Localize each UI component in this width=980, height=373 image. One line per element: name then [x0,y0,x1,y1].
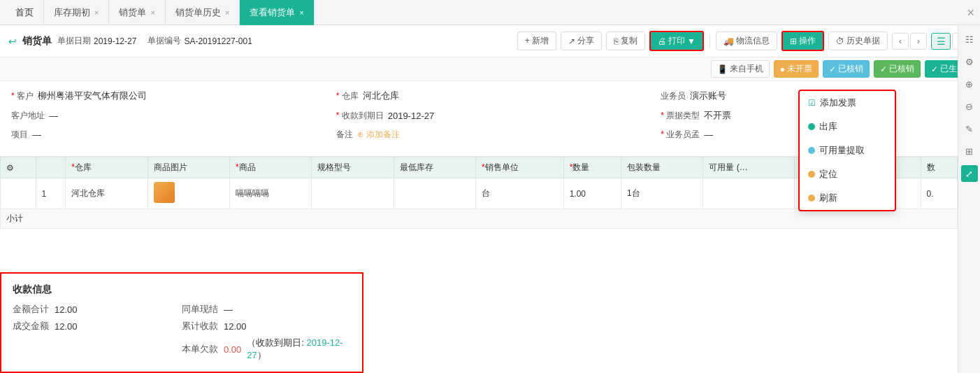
tab-view-sales-label: 查看销货单 [250,6,295,19]
separator-1 [709,34,710,48]
deal-amount-row: 成交金额 12.00 [13,320,182,332]
sidebar-icon-edit[interactable]: ✎ [961,120,978,137]
cumulative-row: 累计收款 12.00 [182,320,351,332]
tab-bar: 首页 库存期初 × 销货单 × 销货单历史 × 查看销货单 × × [0,0,980,25]
sold-button[interactable]: ✓ 已核销 [874,60,921,78]
balance-label: 本单欠款 [182,343,218,356]
col-extra: 数 [921,157,957,178]
dropdown-add-invoice[interactable]: ☑ 添加发票 [800,91,895,115]
tab-inventory-close[interactable]: × [94,8,99,17]
salesperson2-value: — [704,129,713,140]
payment-info-grid: 金额合计 12.00 同单现结 — 成交金额 12.00 累计收款 12.00 … [13,303,351,362]
sidebar-icon-expand[interactable]: ⤢ [961,165,978,182]
transaction-row: 同单现结 — [182,303,351,316]
dropdown-refresh[interactable]: 刷新 [800,186,895,210]
col-warehouse: *仓库 [66,157,147,178]
cumulative-label: 累计收款 [182,320,218,332]
sidebar-icon-grid[interactable]: ⊞ [961,143,978,160]
add-note-btn[interactable]: ⊕ 添加备注 [357,129,400,141]
tab-view-sales[interactable]: 查看销货单 × [240,0,314,25]
print-icon: 🖨 [658,36,666,46]
check-icon: ☑ [808,98,816,108]
product-image [154,182,175,203]
balance-note: （收款到期日: 2019-12-27） [247,337,351,362]
not-opened-button[interactable]: ● 未开票 [774,60,819,78]
col-settings: ⚙ [1,157,36,178]
col-pack-qty: 包装数量 [621,157,703,178]
col-sales-unit: *销售单位 [475,157,563,178]
tab-inventory-label: 库存期初 [54,6,90,19]
cell-pack-qty: 1台 [621,178,703,209]
tab-sales[interactable]: 销货单 × [109,0,165,25]
cell-quantity: 1.00 [563,178,621,209]
phone-icon: 📱 [717,64,728,74]
print-button[interactable]: 🖨 打印 ▼ [649,31,704,51]
address-value: — [49,111,58,121]
payment-info-title: 收款信息 [13,283,351,296]
doc-number-label: 单据编号 SA-20191227-001 [147,35,252,47]
tab-sales-close[interactable]: × [150,8,154,17]
address-field: 客户地址 — [11,110,319,122]
amount-total-row: 金额合计 12.00 [13,303,182,316]
from-phone-button[interactable]: 📱 来自手机 [711,60,770,78]
dropdown-locate[interactable]: 定位 [800,162,895,186]
right-sidebar: ☷ ⚙ ⊕ ⊖ ✎ ⊞ ⤢ [958,25,980,373]
cell-product-img [147,178,229,209]
logistics-button[interactable]: 🚚 物流信息 [716,31,777,50]
tab-sales-history[interactable]: 销货单历史 × [166,0,240,25]
cell-warehouse: 河北仓库 [66,178,147,209]
new-button[interactable]: + 新增 [517,31,556,50]
operations-button[interactable]: ⊞ 操作 [781,31,824,51]
nav-arrows: ‹ › [892,33,927,50]
warehouse-field: 仓库 河北仓库 [336,90,644,102]
dropdown-outbound[interactable]: 出库 [800,115,895,139]
subtotal-cell: 小计 [1,209,958,229]
sidebar-icon-minus[interactable]: ⊖ [961,98,978,115]
share-button[interactable]: ↗ 分享 [561,31,602,50]
sidebar-icon-list[interactable]: ☷ [961,31,978,48]
share-icon: ↗ [568,36,575,46]
tab-inventory[interactable]: 库存期初 × [44,0,109,25]
warehouse-value: 河北仓库 [363,90,399,102]
circle-icon: ● [780,64,785,74]
transaction-label: 同单现结 [182,303,218,316]
prev-button[interactable]: ‹ [892,33,909,50]
sidebar-icon-add[interactable]: ⊕ [961,76,978,92]
note-field: 备注 ⊕ 添加备注 [336,129,644,141]
sidebar-icon-settings[interactable]: ⚙ [961,53,978,70]
tab-home[interactable]: 首页 [6,0,44,25]
next-button[interactable]: › [910,33,927,50]
toolbar: ↩ 销货单 单据日期 2019-12-27 单据编号 SA-20191227-0… [0,25,980,57]
ticket-type-value: 不开票 [704,109,731,122]
copy-button[interactable]: ⎘ 复制 [606,31,645,50]
doc-date-label: 单据日期 2019-12-27 [57,35,136,47]
list-view-button[interactable]: ☰ [931,33,951,50]
tab-sales-history-close[interactable]: × [225,8,229,17]
operations-dropdown: ☑ 添加发票 出库 可用量提取 定位 刷新 [798,90,896,211]
settings-icon[interactable]: ⚙ [6,163,14,173]
reviewed-button[interactable]: ✓ 已核销 [823,60,870,78]
secondary-toolbar: 📱 来自手机 ● 未开票 ✓ 已核销 ✓ 已核销 ✓ 已生效 [0,57,980,81]
doc-meta: 单据日期 2019-12-27 单据编号 SA-20191227-001 [57,35,252,47]
customer-field: 客户 柳州粤港平安气体有限公司 [11,90,319,102]
main-content: ↩ 销货单 单据日期 2019-12-27 单据编号 SA-20191227-0… [0,25,980,373]
history-button[interactable]: ⏱ 历史单据 [828,31,888,50]
doc-title: 销货单 [22,35,52,48]
cumulative-value: 12.00 [224,321,247,332]
deal-amount-label: 成交金额 [13,320,49,332]
col-product: *商品 [229,157,311,178]
cell-min-stock [394,178,475,209]
col-product-img: 商品图片 [147,157,229,178]
copy-icon: ⎘ [614,36,619,46]
tab-sales-label: 销货单 [119,6,146,19]
doc-icon: ↩ [8,36,17,47]
col-available: 可用量 (… [703,157,795,178]
tab-home-label: 首页 [15,6,34,19]
dropdown-quantity-extract[interactable]: 可用量提取 [800,139,895,162]
grid-icon: ⊞ [790,36,797,46]
amount-total-value: 12.00 [55,304,78,315]
warehouse-label: 仓库 [336,90,359,102]
transaction-value: — [224,304,233,315]
window-close-btn[interactable]: × [967,5,974,20]
tab-view-sales-close[interactable]: × [299,8,303,17]
